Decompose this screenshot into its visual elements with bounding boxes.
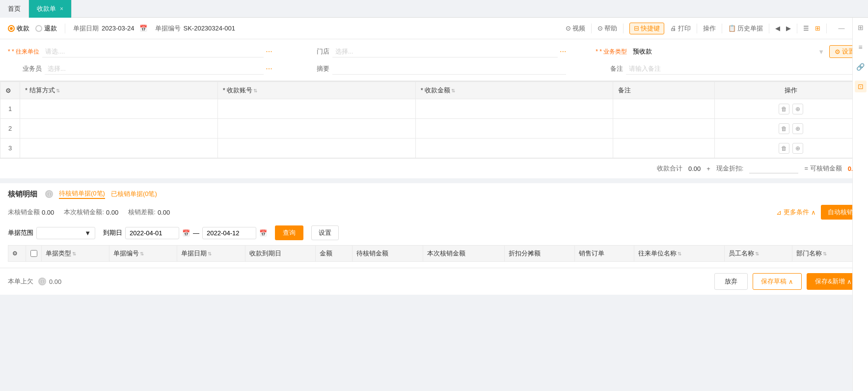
radio-refund-label: 退款: [44, 24, 57, 33]
verify-settings-btn[interactable]: 设置: [311, 225, 339, 240]
save-new-dropdown-icon[interactable]: ∧: [847, 278, 852, 285]
stats-row: 未核销金额 0.00 本次核销金额: 0.00 核销差额: 0.00 ⊿: [8, 205, 860, 220]
radio-receipt[interactable]: 收款: [8, 24, 29, 33]
row3-settlement[interactable]: [20, 139, 218, 158]
tab-close-icon[interactable]: ×: [60, 5, 63, 12]
row2-copy-icon[interactable]: ⊕: [792, 123, 803, 134]
sidebar-table-icon[interactable]: ⊞: [855, 22, 867, 33]
verify-header: 核销明细 ⓘ 待核销单据(0笔) 已核销单据(0笔): [8, 189, 860, 199]
sort-doc-no-icon[interactable]: ⇅: [140, 251, 144, 256]
remark-input[interactable]: [626, 63, 860, 75]
calendar-icon[interactable]: 📅: [139, 25, 147, 32]
salesperson-more-btn[interactable]: ···: [266, 64, 272, 73]
next-btn[interactable]: ▶: [786, 25, 791, 32]
sidebar-screen-icon[interactable]: ⊡: [855, 81, 867, 92]
summary-input[interactable]: [332, 63, 567, 75]
sort-settlement-icon[interactable]: ⇅: [56, 88, 60, 93]
radio-refund[interactable]: 退款: [35, 24, 57, 33]
row2-remark[interactable]: [613, 119, 715, 139]
pending-tab[interactable]: 待核销单据(0笔): [59, 189, 105, 199]
sort-amount-icon[interactable]: ⇅: [451, 88, 455, 93]
operation-btn[interactable]: 操作: [703, 24, 716, 33]
row1-num: 1: [0, 99, 20, 119]
row1-account[interactable]: [217, 99, 415, 119]
video-btn[interactable]: ⊙ 视频: [566, 24, 585, 33]
minimize-btn[interactable]: —: [837, 24, 846, 33]
shortcut-btn[interactable]: ⊟ 快捷键: [629, 23, 664, 34]
print-btn[interactable]: 🖨 打印: [670, 24, 691, 33]
th-amount: * 收款金额 ⇅: [415, 82, 613, 99]
store-more-btn[interactable]: ···: [560, 47, 566, 56]
row1-settlement[interactable]: [20, 99, 218, 119]
row3-copy-icon[interactable]: ⊕: [792, 143, 803, 154]
sort-doc-type-icon[interactable]: ⇅: [72, 251, 76, 256]
th-gear[interactable]: ⚙: [0, 82, 20, 99]
date-value[interactable]: 2023-03-24: [102, 25, 135, 32]
row2-delete-icon[interactable]: 🗑: [779, 123, 789, 134]
row2-amount[interactable]: [415, 119, 613, 139]
calendar-end-icon[interactable]: 📅: [259, 229, 267, 237]
more-conditions-btn[interactable]: ⊿ 更多条件 ∧: [776, 208, 816, 217]
salesperson-input[interactable]: [45, 63, 264, 75]
row1-delete-icon[interactable]: 🗑: [779, 104, 789, 114]
bt-th-doc-type-label: 单据类型: [46, 249, 71, 258]
tab-receipt-label: 收款单: [37, 4, 56, 13]
row2-account[interactable]: [217, 119, 415, 139]
help-btn[interactable]: ⊙ 帮助: [597, 24, 617, 33]
history-btn[interactable]: 📋 历史单据: [728, 24, 763, 33]
row3-delete-icon[interactable]: 🗑: [779, 143, 789, 154]
bt-th-pending: 待核销金额: [353, 246, 423, 262]
discount-input[interactable]: [749, 164, 798, 173]
row2-settlement[interactable]: [20, 119, 218, 139]
bt-th-dept: 部门名称 ⇅: [792, 246, 860, 262]
table-row: 2 🗑 ⊕: [0, 119, 868, 139]
th-amount-label: * 收款金额: [421, 86, 451, 95]
sidebar-clip-icon[interactable]: 🔗: [855, 61, 867, 73]
number-value[interactable]: SK-20230324-001: [184, 25, 236, 32]
th-actions-label: 操作: [785, 86, 797, 94]
unverified-amount: 未核销金额 0.00: [8, 208, 54, 217]
number-field-group: 单据编号 SK-20230324-001: [155, 24, 236, 33]
date-field-group: 单据日期 2023-03-24 📅: [73, 24, 147, 33]
table-row: 1 🗑 ⊕: [0, 99, 868, 119]
query-btn[interactable]: 查询: [275, 225, 303, 240]
th-account-label: * 收款账号: [223, 86, 253, 95]
select-all-checkbox[interactable]: [30, 250, 37, 257]
save-draft-btn[interactable]: 保存草稿 ∧: [753, 273, 802, 290]
bt-th-gear[interactable]: ⚙: [8, 246, 26, 262]
row3-actions: 🗑 ⊕: [714, 139, 868, 158]
bottom-amount-info-icon[interactable]: ⓘ: [38, 278, 46, 285]
date-end-input[interactable]: [202, 227, 256, 239]
counterpart-more-btn[interactable]: ···: [266, 47, 272, 56]
sidebar-list-icon[interactable]: ≡: [855, 41, 867, 53]
receipt-table: ⚙ * 结算方式 ⇅ * 收款账号 ⇅: [0, 82, 868, 158]
sort-employee-icon[interactable]: ⇅: [755, 251, 759, 256]
layout1-btn[interactable]: ☰: [803, 25, 809, 32]
store-input[interactable]: [332, 46, 558, 57]
tab-receipt[interactable]: 收款单 ×: [29, 0, 72, 18]
verify-info-icon[interactable]: ⓘ: [45, 190, 53, 198]
date-range: 到期日 📅 — 📅: [103, 227, 267, 239]
row3-amount[interactable]: [415, 139, 613, 158]
row1-amount[interactable]: [415, 99, 613, 119]
row3-account[interactable]: [217, 139, 415, 158]
tab-home[interactable]: 首页: [0, 0, 29, 18]
print-label: 打印: [678, 24, 691, 33]
prev-btn[interactable]: ◀: [775, 25, 780, 32]
range-select[interactable]: ▼: [36, 227, 95, 239]
sort-account-icon[interactable]: ⇅: [253, 88, 257, 93]
row1-remark[interactable]: [613, 99, 715, 119]
row1-copy-icon[interactable]: ⊕: [792, 104, 803, 114]
completed-tab[interactable]: 已核销单据(0笔): [111, 190, 157, 198]
save-draft-dropdown-icon[interactable]: ∧: [788, 278, 793, 285]
sort-doc-date-icon[interactable]: ⇅: [208, 251, 212, 256]
calendar-start-icon[interactable]: 📅: [182, 229, 190, 237]
sort-counterpart-icon[interactable]: ⇅: [678, 251, 681, 256]
layout2-btn[interactable]: ⊞: [815, 25, 820, 32]
date-start-input[interactable]: [125, 227, 179, 239]
sort-dept-icon[interactable]: ⇅: [823, 251, 827, 256]
counterpart-input[interactable]: [42, 46, 264, 57]
row3-remark[interactable]: [613, 139, 715, 158]
business-type-dropdown-icon[interactable]: ▼: [818, 48, 824, 56]
abandon-btn[interactable]: 放弃: [714, 273, 748, 290]
